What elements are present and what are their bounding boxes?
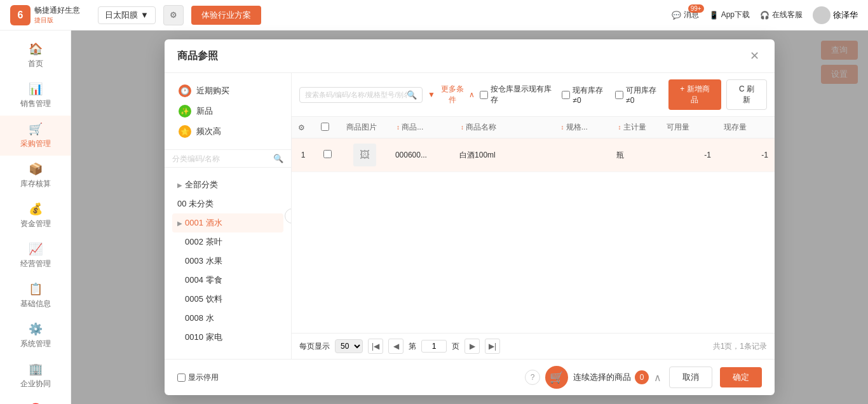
- row-checkbox-cell[interactable]: [315, 138, 340, 172]
- th-stock-label: 现存量: [724, 123, 747, 131]
- sidebar-item-label: 系统管理: [20, 339, 51, 349]
- username-label: 徐泽华: [833, 10, 858, 21]
- cancel-button[interactable]: 取消: [669, 367, 712, 388]
- page-number-input[interactable]: [421, 340, 447, 353]
- store-selector[interactable]: 日太阳膜 ▼: [98, 6, 156, 24]
- messages-button[interactable]: 💬 消息 99+: [672, 10, 699, 20]
- sidebar-item-label: 采购管理: [20, 138, 51, 149]
- usable-stock-checkbox[interactable]: 可用库存≠0: [615, 85, 663, 105]
- category-0003[interactable]: 0003 水果: [172, 252, 283, 271]
- prev-page-button[interactable]: ◀: [388, 339, 403, 354]
- th-spec-label: 规格...: [566, 123, 588, 131]
- table-row[interactable]: 1 🖼: [292, 138, 775, 172]
- logo-text: 畅捷通好生意 捷目版: [34, 5, 80, 25]
- category-all[interactable]: ▶ 全部分类: [172, 175, 283, 194]
- settings-button[interactable]: ⚙: [163, 5, 184, 25]
- product-name: 白酒100ml: [459, 151, 496, 159]
- quick-item-new[interactable]: ✨ 新品: [172, 101, 283, 121]
- navbar: 6 畅捷通好生意 捷目版 日太阳膜 ▼ ⚙ 体验行业方案 💬 消息 99+ 📱 …: [0, 0, 868, 30]
- th-unit[interactable]: ↕ 主计量: [610, 117, 660, 138]
- available-stock-input[interactable]: [562, 91, 570, 99]
- settings-icon[interactable]: ⚙: [298, 123, 305, 132]
- sidebar-item-home[interactable]: 🏠 首页: [0, 36, 71, 76]
- filter-icon: ▼: [428, 90, 435, 99]
- sidebar-item-enterprise[interactable]: 🏢 企业协同: [0, 356, 71, 396]
- product-search-box[interactable]: 🔍: [299, 87, 423, 103]
- trial-button[interactable]: 体验行业方案: [191, 6, 261, 25]
- confirm-button[interactable]: 确定: [720, 367, 762, 387]
- cart-button[interactable]: 🛒: [545, 366, 568, 389]
- dialog-close-button[interactable]: ✕: [747, 48, 762, 64]
- service-label: 在线客服: [772, 10, 803, 20]
- product-table-container: ⚙ 商品图片: [292, 117, 775, 333]
- row-num: 1: [292, 138, 315, 172]
- available-label: 现有库存≠0: [573, 85, 610, 105]
- sidebar-item-system[interactable]: ⚙️ 系统管理: [0, 316, 71, 356]
- th-stock: 现存量: [717, 117, 775, 138]
- row-checkbox[interactable]: [323, 150, 332, 158]
- category-0002[interactable]: 0002 茶叶: [172, 232, 283, 252]
- sidebar-item-operation[interactable]: 📈 经营管理: [0, 236, 71, 276]
- warehouse-label: 按仓库显示现有库存: [491, 84, 557, 105]
- arrow-icon: ▶: [177, 220, 182, 227]
- home-icon: 🏠: [29, 42, 43, 56]
- image-placeholder-icon: 🖼: [360, 149, 370, 161]
- show-disabled-checkbox[interactable]: 显示停用: [177, 372, 219, 383]
- add-product-button[interactable]: + 新增商品: [668, 79, 721, 110]
- sidebar-item-purchase[interactable]: 🛒 采购管理: [0, 116, 71, 156]
- category-0001[interactable]: ▶ 0001 酒水: [172, 213, 283, 232]
- sidebar-item-guide[interactable]: 🎯 新手引导: [0, 396, 71, 404]
- help-button[interactable]: ?: [525, 370, 540, 385]
- warehouse-display-checkbox[interactable]: 按仓库显示现有库存: [480, 84, 557, 105]
- sidebar-item-inventory[interactable]: 📦 库存核算: [0, 156, 71, 196]
- logo-sub: 捷目版: [34, 16, 80, 25]
- first-page-button[interactable]: |◀: [368, 339, 383, 354]
- new-label: 新品: [196, 105, 213, 117]
- category-0005[interactable]: 0005 饮料: [172, 290, 283, 309]
- select-all-checkbox[interactable]: [321, 123, 329, 131]
- product-table: ⚙ 商品图片: [292, 117, 775, 172]
- th-img-label: 商品图片: [346, 123, 377, 131]
- table-header-row: ⚙ 商品图片: [292, 117, 775, 138]
- logo: 6 畅捷通好生意 捷目版: [10, 5, 80, 25]
- show-disabled-input[interactable]: [177, 374, 186, 382]
- app-download-button[interactable]: 📱 App下载: [709, 10, 750, 20]
- filter-arrow-icon: ∧: [469, 90, 475, 99]
- sidebar-item-label: 企业协同: [20, 379, 51, 389]
- category-00[interactable]: 00 未分类: [172, 194, 283, 213]
- category-search-icon[interactable]: 🔍: [273, 154, 283, 163]
- row-unit-cell: 瓶: [610, 138, 660, 172]
- sidebar-item-sales[interactable]: 📊 销售管理: [0, 76, 71, 116]
- th-spec[interactable]: ↕ 规格...: [553, 117, 610, 138]
- product-available: -1: [704, 151, 711, 159]
- available-stock-checkbox[interactable]: 现有库存≠0: [562, 85, 610, 105]
- category-search-input[interactable]: [172, 154, 269, 163]
- more-filter-button[interactable]: ▼ 更多条件 ∧: [428, 84, 475, 105]
- category-0008[interactable]: 0008 水: [172, 309, 283, 328]
- page-size-select[interactable]: 50: [335, 339, 363, 353]
- sidebar-item-finance[interactable]: 💰 资金管理: [0, 196, 71, 236]
- main-layout: 🏠 首页 📊 销售管理 🛒 采购管理 📦 库存核算 💰 资金管理 📈 经营管理 …: [0, 30, 868, 404]
- th-name[interactable]: ↕ 商品名称: [453, 117, 553, 138]
- quick-item-frequent[interactable]: ⭐ 频次高: [172, 121, 283, 142]
- product-search-input[interactable]: [305, 91, 407, 98]
- last-page-button[interactable]: ▶|: [485, 339, 500, 354]
- online-service-button[interactable]: 🎧 在线客服: [760, 10, 803, 20]
- quick-item-recent[interactable]: 🕐 近期购买: [172, 81, 283, 101]
- footer-collapse-button[interactable]: ∧: [654, 372, 661, 384]
- search-icon[interactable]: 🔍: [407, 90, 417, 100]
- category-0004[interactable]: 0004 零食: [172, 271, 283, 290]
- sidebar-item-basic[interactable]: 📋 基础信息: [0, 276, 71, 316]
- dialog-title: 商品参照: [177, 50, 218, 63]
- user-area[interactable]: 徐泽华: [813, 6, 858, 24]
- usable-stock-input[interactable]: [615, 91, 623, 99]
- refresh-button[interactable]: C 刷新: [726, 79, 767, 110]
- cart-label: 连续选择的商品: [573, 372, 631, 383]
- next-page-button[interactable]: ▶: [465, 339, 480, 354]
- frequent-icon: ⭐: [179, 125, 191, 138]
- th-settings: ⚙: [292, 117, 315, 138]
- th-code[interactable]: ↕ 商品...: [389, 117, 453, 138]
- row-number: 1: [301, 151, 306, 159]
- warehouse-checkbox-input[interactable]: [480, 91, 488, 99]
- category-0010[interactable]: 0010 家电: [172, 328, 283, 347]
